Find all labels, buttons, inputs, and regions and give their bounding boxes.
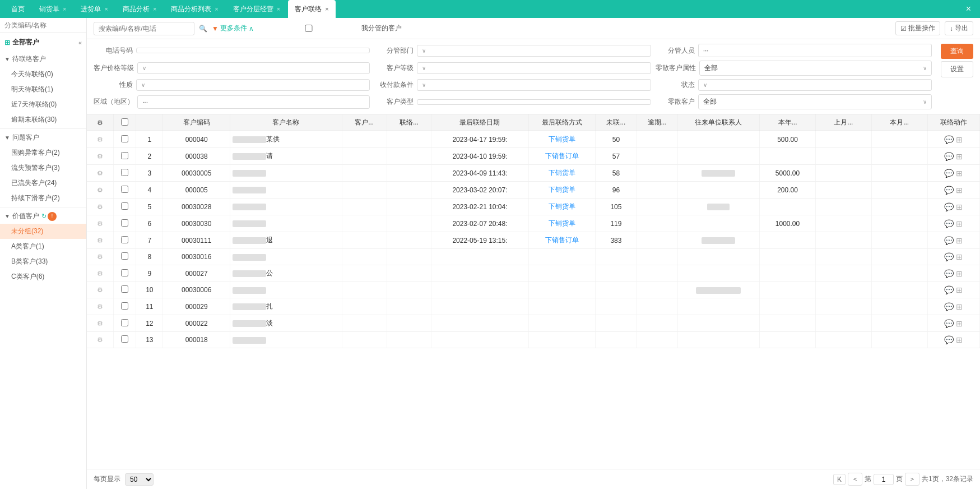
sidebar-item-overdue[interactable]: 逾期未联络(30) — [0, 112, 86, 127]
close-product-analysis-icon[interactable]: × — [153, 6, 156, 12]
row-settings[interactable]: ⚙ — [87, 298, 114, 315]
row-checkbox[interactable] — [121, 152, 128, 159]
chat-icon[interactable]: 💬 — [944, 219, 954, 228]
retail-attr-select[interactable]: 全部 ∨ — [699, 61, 932, 76]
sidebar-section-pending[interactable]: ▼ 待联络客户 — [0, 52, 86, 67]
row-settings[interactable]: ⚙ — [87, 199, 114, 215]
sidebar-item-churned[interactable]: 已流失客户(24) — [0, 176, 86, 191]
chat-icon[interactable]: 💬 — [944, 135, 954, 144]
tab-customer-segment[interactable]: 客户分层经营 × — [226, 0, 287, 18]
sidebar-item-tomorrow[interactable]: 明天待联络(1) — [0, 82, 86, 97]
dept-select[interactable]: ∨ — [417, 45, 651, 57]
sidebar-item-declining[interactable]: 持续下滑客户(2) — [0, 191, 86, 206]
row-checkbox[interactable] — [121, 335, 128, 343]
more-icon[interactable]: ⊞ — [956, 302, 963, 311]
col-checkbox[interactable] — [114, 114, 136, 131]
row-checkbox[interactable] — [121, 169, 128, 176]
more-icon[interactable]: ⊞ — [956, 219, 963, 228]
status-select[interactable]: ∨ — [698, 79, 932, 91]
chat-icon[interactable]: 💬 — [944, 319, 954, 328]
row-last-method[interactable]: 下销售订单 — [528, 232, 596, 249]
sidebar-item-churn-warning[interactable]: 流失预警客户(3) — [0, 160, 86, 176]
row-checkbox[interactable] — [121, 319, 128, 326]
row-last-method[interactable]: 下销货单 — [528, 215, 596, 232]
row-last-method[interactable] — [528, 315, 596, 332]
select-all-checkbox[interactable] — [121, 118, 128, 126]
col-this-year[interactable]: 本年... — [760, 114, 816, 131]
main-search-icon[interactable]: 🔍 — [199, 25, 207, 33]
col-not-contacted[interactable]: 未联... — [596, 114, 637, 131]
chat-icon[interactable]: 💬 — [944, 285, 954, 294]
reset-button[interactable]: 设置 — [941, 61, 973, 77]
close-customer-segment-icon[interactable]: × — [277, 6, 280, 12]
row-checkbox[interactable] — [121, 285, 128, 293]
chat-icon[interactable]: 💬 — [944, 269, 954, 278]
sidebar-item-ungrouped[interactable]: 未分组(32) — [0, 224, 86, 239]
col-last-month[interactable]: 上月... — [815, 114, 871, 131]
more-icon[interactable]: ⊞ — [956, 319, 963, 328]
more-icon[interactable]: ⊞ — [956, 335, 963, 344]
tab-customer-contact[interactable]: 客户联络 × — [288, 0, 335, 18]
first-page-button[interactable]: K — [833, 474, 846, 485]
prev-page-button[interactable]: ＜ — [848, 473, 862, 486]
retail-select[interactable]: 全部 ∨ — [698, 94, 932, 109]
chat-icon[interactable]: 💬 — [944, 335, 954, 344]
row-last-method[interactable] — [528, 298, 596, 315]
row-checkbox[interactable] — [121, 186, 128, 193]
query-button[interactable]: 查询 — [941, 44, 973, 59]
close-customer-contact-icon[interactable]: × — [325, 6, 328, 12]
sidebar-search-bar[interactable]: 🔍 — [0, 18, 86, 33]
close-sales-icon[interactable]: × — [63, 6, 66, 12]
more-icon[interactable]: ⊞ — [956, 252, 963, 261]
price-level-select[interactable]: ∨ — [137, 62, 370, 74]
row-last-method[interactable] — [528, 282, 596, 298]
collapse-icon[interactable]: « — [78, 39, 82, 46]
col-this-month[interactable]: 本月... — [871, 114, 927, 131]
row-settings[interactable]: ⚙ — [87, 215, 114, 232]
nature-select[interactable]: ∨ — [136, 79, 370, 91]
row-settings[interactable]: ⚙ — [87, 265, 114, 282]
chat-icon[interactable]: 💬 — [944, 202, 954, 211]
row-settings[interactable]: ⚙ — [87, 232, 114, 249]
row-checkbox[interactable] — [121, 252, 128, 260]
row-last-method[interactable] — [528, 249, 596, 265]
sidebar-search-input[interactable] — [4, 21, 87, 29]
sidebar-section-problem[interactable]: ▼ 问题客户 — [0, 130, 86, 145]
row-settings[interactable]: ⚙ — [87, 332, 114, 348]
page-number-input[interactable] — [874, 474, 894, 485]
more-icon[interactable]: ⊞ — [956, 135, 963, 144]
col-settings[interactable]: ⚙ — [87, 114, 114, 131]
next-page-button[interactable]: ＞ — [905, 473, 919, 486]
row-settings[interactable]: ⚙ — [87, 249, 114, 265]
sidebar-section-value[interactable]: ▼ 价值客户 ↻ ! — [0, 209, 86, 224]
more-icon[interactable]: ⊞ — [956, 152, 963, 161]
main-search-input[interactable] — [94, 22, 194, 35]
col-last-date[interactable]: 最后联络日期 — [431, 114, 528, 131]
sidebar-item-hoarding[interactable]: 囤购异常客户(2) — [0, 145, 86, 160]
row-last-method[interactable] — [528, 332, 596, 348]
customer-level-select[interactable]: ∨ — [417, 62, 651, 74]
row-checkbox[interactable] — [121, 236, 128, 243]
tab-sales[interactable]: 销货单 × — [32, 0, 73, 18]
sidebar-item-class-b[interactable]: B类客户(33) — [0, 254, 86, 269]
customer-type-select[interactable] — [417, 99, 651, 105]
chat-icon[interactable]: 💬 — [944, 236, 954, 245]
more-icon[interactable]: ⊞ — [956, 285, 963, 294]
chat-icon[interactable]: 💬 — [944, 169, 954, 178]
row-last-method[interactable]: 下销货单 — [528, 199, 596, 215]
tab-product-analysis-list[interactable]: 商品分析列表 × — [164, 0, 225, 18]
col-overdue[interactable]: 逾期... — [637, 114, 677, 131]
region-select[interactable]: ··· — [137, 95, 370, 109]
row-settings[interactable]: ⚙ — [87, 148, 114, 165]
more-icon[interactable]: ⊞ — [956, 169, 963, 178]
row-last-method[interactable]: 下销货单 — [528, 182, 596, 199]
chat-icon[interactable]: 💬 — [944, 302, 954, 311]
sidebar-item-today[interactable]: 今天待联络(0) — [0, 67, 86, 82]
tab-product-analysis[interactable]: 商品分析 × — [116, 0, 163, 18]
close-purchase-icon[interactable]: × — [104, 6, 108, 12]
phone-input[interactable] — [136, 48, 370, 53]
more-filters-button[interactable]: ▼ 更多条件 ∧ — [212, 24, 254, 33]
sidebar-item-class-c[interactable]: C类客户(6) — [0, 269, 86, 284]
row-settings[interactable]: ⚙ — [87, 165, 114, 182]
more-icon[interactable]: ⊞ — [956, 202, 963, 211]
